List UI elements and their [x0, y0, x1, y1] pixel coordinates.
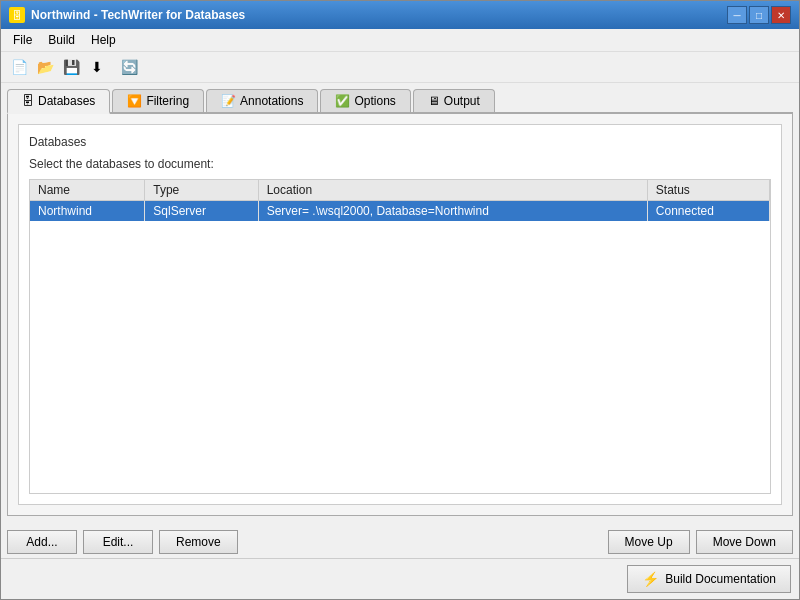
toolbar-open-button[interactable]: 📂	[33, 55, 57, 79]
toolbar-new-button[interactable]: 📄	[7, 55, 31, 79]
filtering-tab-icon: 🔽	[127, 94, 142, 108]
databases-section: Databases Select the databases to docume…	[18, 124, 782, 505]
footer: ⚡ Build Documentation	[1, 558, 799, 599]
menu-bar: File Build Help	[1, 29, 799, 52]
cell-location: Server= .\wsql2000, Database=Northwind	[258, 201, 647, 222]
menu-build[interactable]: Build	[40, 31, 83, 49]
tab-databases-label: Databases	[38, 94, 95, 108]
main-window: 🗄 Northwind - TechWriter for Databases ─…	[0, 0, 800, 600]
databases-table-container: Name Type Location Status NorthwindSqlSe…	[29, 179, 771, 494]
content-area: 🗄 Databases 🔽 Filtering 📝 Annotations ✅ …	[1, 83, 799, 522]
tab-databases[interactable]: 🗄 Databases	[7, 89, 110, 114]
tab-annotations-label: Annotations	[240, 94, 303, 108]
table-header-row: Name Type Location Status	[30, 180, 770, 201]
build-documentation-button[interactable]: ⚡ Build Documentation	[627, 565, 791, 593]
maximize-button[interactable]: □	[749, 6, 769, 24]
databases-panel: Databases Select the databases to docume…	[7, 114, 793, 516]
table-row[interactable]: NorthwindSqlServerServer= .\wsql2000, Da…	[30, 201, 770, 222]
tab-options[interactable]: ✅ Options	[320, 89, 410, 112]
window-title: Northwind - TechWriter for Databases	[31, 8, 245, 22]
build-label: Build Documentation	[665, 572, 776, 586]
window-icon: 🗄	[9, 7, 25, 23]
cell-status: Connected	[647, 201, 769, 222]
tab-options-label: Options	[354, 94, 395, 108]
minimize-button[interactable]: ─	[727, 6, 747, 24]
menu-help[interactable]: Help	[83, 31, 124, 49]
col-header-type: Type	[145, 180, 258, 201]
toolbar-save-button[interactable]: 💾	[59, 55, 83, 79]
move-down-button[interactable]: Move Down	[696, 530, 793, 554]
title-bar: 🗄 Northwind - TechWriter for Databases ─…	[1, 1, 799, 29]
button-row: Add... Edit... Remove Move Up Move Down	[1, 522, 799, 558]
title-bar-buttons: ─ □ ✕	[727, 6, 791, 24]
tab-filtering[interactable]: 🔽 Filtering	[112, 89, 204, 112]
databases-table: Name Type Location Status NorthwindSqlSe…	[30, 180, 770, 221]
panel-title: Databases	[29, 135, 771, 149]
toolbar-download-button[interactable]: ⬇	[85, 55, 109, 79]
col-header-location: Location	[258, 180, 647, 201]
tab-output-label: Output	[444, 94, 480, 108]
databases-tab-icon: 🗄	[22, 94, 34, 108]
toolbar-refresh-button[interactable]: 🔄	[117, 55, 141, 79]
close-button[interactable]: ✕	[771, 6, 791, 24]
cell-type: SqlServer	[145, 201, 258, 222]
tab-annotations[interactable]: 📝 Annotations	[206, 89, 318, 112]
title-bar-left: 🗄 Northwind - TechWriter for Databases	[9, 7, 245, 23]
tab-bar: 🗄 Databases 🔽 Filtering 📝 Annotations ✅ …	[7, 89, 793, 114]
build-icon: ⚡	[642, 571, 659, 587]
menu-file[interactable]: File	[5, 31, 40, 49]
edit-button[interactable]: Edit...	[83, 530, 153, 554]
options-tab-icon: ✅	[335, 94, 350, 108]
move-up-button[interactable]: Move Up	[608, 530, 690, 554]
add-button[interactable]: Add...	[7, 530, 77, 554]
toolbar: 📄 📂 💾 ⬇ 🔄	[1, 52, 799, 83]
annotations-tab-icon: 📝	[221, 94, 236, 108]
col-header-status: Status	[647, 180, 769, 201]
remove-button[interactable]: Remove	[159, 530, 238, 554]
col-header-name: Name	[30, 180, 145, 201]
tab-output[interactable]: 🖥 Output	[413, 89, 495, 112]
cell-name: Northwind	[30, 201, 145, 222]
section-label: Select the databases to document:	[29, 157, 771, 171]
tab-filtering-label: Filtering	[146, 94, 189, 108]
output-tab-icon: 🖥	[428, 94, 440, 108]
